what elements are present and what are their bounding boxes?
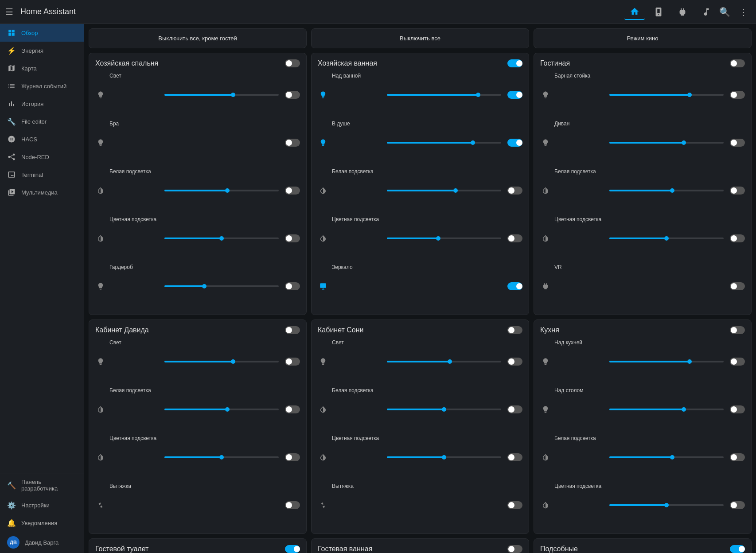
- slider-container[interactable]: [387, 456, 501, 458]
- more-options-icon[interactable]: ⋮: [737, 4, 751, 20]
- device-toggle[interactable]: [285, 501, 300, 509]
- nav-rc[interactable]: [648, 4, 669, 19]
- room-toggle-2[interactable]: [730, 59, 745, 67]
- room-toggle-3[interactable]: [285, 326, 300, 334]
- room-title-8: Подсобные: [540, 545, 578, 553]
- device-toggle[interactable]: [507, 453, 522, 461]
- slider-container[interactable]: [164, 361, 279, 362]
- device-toggle[interactable]: [730, 139, 745, 147]
- slider-container[interactable]: [387, 238, 501, 239]
- media-icon: [7, 188, 16, 197]
- device-toggle[interactable]: [285, 91, 300, 99]
- sidebar-item-notifications[interactable]: 🔔 Уведомления: [0, 514, 84, 532]
- sidebar-item-energy[interactable]: ⚡ Энергия: [0, 42, 84, 59]
- device-toggle[interactable]: [285, 282, 300, 290]
- device-toggle[interactable]: [285, 405, 300, 413]
- action-btn-1[interactable]: Выключить все: [311, 28, 529, 48]
- device-toggle[interactable]: [507, 234, 522, 242]
- sidebar-item-map[interactable]: Карта: [0, 59, 84, 77]
- room-toggle-4[interactable]: [507, 326, 522, 334]
- room-toggle-0[interactable]: [285, 59, 300, 67]
- device-toggle[interactable]: [285, 453, 300, 461]
- map-icon: [7, 64, 16, 73]
- slider-container[interactable]: [609, 94, 724, 96]
- slider-container[interactable]: [609, 238, 724, 239]
- device-toggle[interactable]: [507, 501, 522, 509]
- device-toggle[interactable]: [507, 139, 522, 147]
- action-btn-2[interactable]: Режим кино: [534, 28, 752, 48]
- nav-home[interactable]: [624, 4, 645, 20]
- device-toggle[interactable]: [730, 453, 745, 461]
- slider-container[interactable]: [387, 94, 501, 96]
- slider-container[interactable]: [164, 94, 279, 96]
- device-icon-bulb: [95, 281, 106, 292]
- sidebar-item-file-editor[interactable]: 🔧 File editor: [0, 113, 84, 130]
- menu-icon[interactable]: ☰: [5, 7, 13, 17]
- device-toggle[interactable]: [507, 405, 522, 413]
- sidebar-item-node-red[interactable]: Node-RED: [0, 148, 84, 166]
- slider-container[interactable]: [609, 504, 724, 506]
- slider-container[interactable]: [387, 409, 501, 410]
- device-toggle[interactable]: [730, 282, 745, 290]
- slider-container[interactable]: [164, 409, 279, 410]
- device-toggle[interactable]: [730, 187, 745, 195]
- slider-container[interactable]: [609, 361, 724, 362]
- sidebar-item-media[interactable]: Мультимедиа: [0, 183, 84, 201]
- slider-container[interactable]: [387, 142, 501, 144]
- room-toggle-8[interactable]: [730, 545, 745, 553]
- sidebar-item-hacs[interactable]: HACS: [0, 130, 84, 148]
- slider-container[interactable]: [609, 456, 724, 458]
- device-row: Над кухней: [540, 339, 745, 384]
- device-toggle[interactable]: [730, 405, 745, 413]
- device-name: Зеркало: [332, 264, 381, 308]
- slider-container[interactable]: [164, 456, 279, 458]
- sidebar-item-terminal[interactable]: Terminal: [0, 166, 84, 183]
- device-toggle[interactable]: [507, 187, 522, 195]
- device-icon-rgb: [318, 233, 328, 244]
- nav-music[interactable]: [696, 4, 717, 19]
- device-toggle[interactable]: [285, 139, 300, 147]
- device-toggle[interactable]: [507, 282, 522, 290]
- app-title: Home Assistant: [20, 7, 624, 16]
- room-header-0: Хозяйская спальня: [95, 59, 300, 67]
- slider-container[interactable]: [164, 238, 279, 239]
- room-toggle-7[interactable]: [507, 545, 522, 553]
- slider-container[interactable]: [609, 142, 724, 144]
- room-header-1: Хозяйская ванная: [318, 59, 522, 67]
- action-btn-0[interactable]: Выключить все, кроме гостей: [89, 28, 307, 48]
- nav-plug[interactable]: [672, 4, 693, 19]
- slider-container[interactable]: [164, 190, 279, 191]
- slider-container[interactable]: [609, 190, 724, 191]
- slider-container[interactable]: [387, 190, 501, 191]
- sidebar-item-history[interactable]: История: [0, 95, 84, 113]
- device-toggle[interactable]: [507, 91, 522, 99]
- device-toggle[interactable]: [285, 187, 300, 195]
- device-toggle[interactable]: [730, 358, 745, 366]
- device-toggle[interactable]: [730, 501, 745, 509]
- device-name: Барная стойка: [554, 73, 603, 117]
- search-icon[interactable]: 🔍: [717, 4, 733, 20]
- sidebar-item-dev[interactable]: 🔨 Панель разработчика: [0, 474, 84, 496]
- device-icon-bulb: [95, 356, 106, 367]
- device-name: Белая подсветка: [109, 168, 158, 213]
- dev-icon: 🔨: [7, 481, 16, 490]
- device-row: Цветная подсветка: [540, 216, 745, 261]
- device-toggle[interactable]: [730, 91, 745, 99]
- device-toggle[interactable]: [285, 234, 300, 242]
- room-toggle-6[interactable]: [285, 545, 300, 553]
- slider-container[interactable]: [387, 361, 501, 362]
- slider-container[interactable]: [609, 409, 724, 410]
- device-toggle[interactable]: [285, 358, 300, 366]
- svg-point-0: [8, 156, 11, 158]
- sidebar-item-overview[interactable]: Обзор: [0, 24, 84, 42]
- sidebar-label-file-editor: File editor: [21, 118, 47, 125]
- sidebar-item-log[interactable]: Журнал событий: [0, 77, 84, 95]
- sidebar-item-settings[interactable]: ⚙️ Настройки: [0, 496, 84, 514]
- room-toggle-1[interactable]: [507, 59, 522, 67]
- device-toggle[interactable]: [507, 358, 522, 366]
- device-toggle[interactable]: [730, 234, 745, 242]
- room-toggle-5[interactable]: [730, 326, 745, 334]
- slider-container[interactable]: [164, 285, 279, 287]
- device-icon-rgb: [540, 233, 551, 244]
- sidebar-item-user[interactable]: ДВ Давид Варга: [0, 532, 84, 553]
